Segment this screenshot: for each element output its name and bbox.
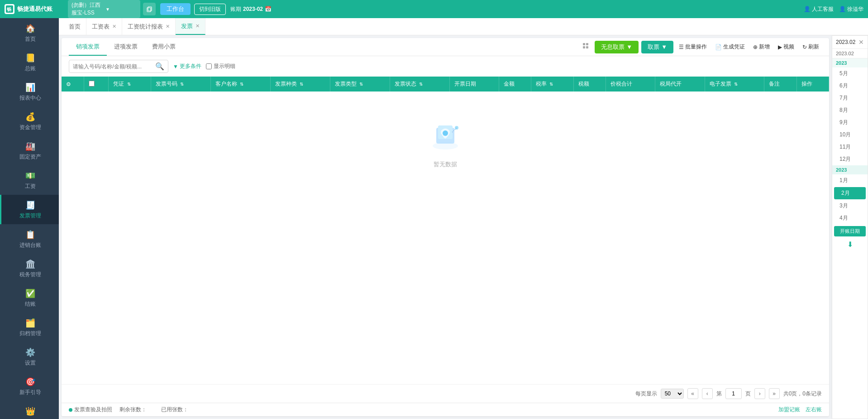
open-period-btn[interactable]: 开账日期 bbox=[834, 226, 866, 236]
search-input[interactable] bbox=[73, 63, 155, 70]
sidebar-label-settlement: 结账 bbox=[25, 300, 36, 308]
workspace-button[interactable]: 工作台 bbox=[160, 3, 191, 15]
fixed-assets-icon: 🏭 bbox=[25, 141, 35, 151]
sidebar-item-ledger[interactable]: 📒 总账 bbox=[0, 48, 59, 77]
period-month-2023-1[interactable]: 1月 bbox=[832, 174, 868, 187]
sidebar-item-archive[interactable]: 🗂️ 归档管理 bbox=[0, 313, 59, 342]
col-remark[interactable]: 备注 bbox=[764, 77, 796, 92]
join-accounting-link[interactable]: 加盟记账 bbox=[778, 406, 800, 414]
sidebar-item-guide[interactable]: 🎯 新手引导 bbox=[0, 371, 59, 401]
sort-electronic-icon: ⇅ bbox=[734, 82, 738, 87]
no-invoice-btn[interactable]: 无息取票 ▼ bbox=[595, 41, 639, 53]
sidebar: 🏠 首页 📒 总账 📊 报表中心 💰 资金管理 🏭 固定资产 💵 工资 🧾 发票… bbox=[0, 18, 59, 419]
company-selector[interactable]: (勿删）江西服宝-LSS ▼ bbox=[68, 0, 140, 18]
period-edit-icon[interactable]: 📅 bbox=[265, 6, 272, 12]
more-filter-btn[interactable]: ▼ 更多条件 bbox=[173, 63, 201, 70]
sort-invoice-cat-icon: ⇅ bbox=[359, 82, 363, 87]
gen-voucher-btn[interactable]: 📄 生成凭证 bbox=[712, 41, 748, 53]
next-page-btn[interactable]: › bbox=[754, 388, 765, 399]
col-tax-rate[interactable]: 税率 ⇅ bbox=[531, 77, 574, 92]
sidebar-item-reports[interactable]: 📊 报表中心 bbox=[0, 77, 59, 106]
sidebar-label-guide: 新手引导 bbox=[19, 389, 41, 396]
sidebar-item-home[interactable]: 🏠 首页 bbox=[0, 18, 59, 48]
sub-tab-expense[interactable]: 费用小票 bbox=[145, 38, 183, 56]
col-electronic[interactable]: 电子发票 ⇅ bbox=[705, 77, 764, 92]
refresh-label: 刷新 bbox=[808, 43, 819, 51]
funds-icon: 💰 bbox=[25, 112, 35, 122]
svg-rect-3 bbox=[148, 7, 152, 11]
period-month-2023-2[interactable]: 2月 bbox=[834, 187, 866, 199]
prev-page-btn[interactable]: ‹ bbox=[702, 388, 713, 399]
period-month-2023-4[interactable]: 4月 bbox=[832, 212, 868, 224]
sidebar-item-funds[interactable]: 💰 资金管理 bbox=[0, 106, 59, 136]
first-page-btn[interactable]: « bbox=[687, 388, 698, 399]
sidebar-item-settlement[interactable]: ✅ 结账 bbox=[0, 283, 59, 313]
col-voucher[interactable]: 凭证 ⇅ bbox=[109, 77, 151, 92]
period-month-7[interactable]: 7月 bbox=[832, 92, 868, 104]
batch-op-btn[interactable]: ☰ 批量操作 bbox=[676, 41, 710, 53]
tab-salary-stat-close[interactable]: ✕ bbox=[166, 24, 170, 29]
sidebar-item-fixed-assets[interactable]: 🏭 固定资产 bbox=[0, 136, 59, 165]
period-month-11[interactable]: 11月 bbox=[832, 141, 868, 153]
copy-company-btn[interactable] bbox=[143, 3, 156, 15]
col-tax-amount[interactable]: 税额 bbox=[573, 77, 606, 92]
sidebar-item-settings[interactable]: ⚙️ 设置 bbox=[0, 342, 59, 371]
sub-tab-sales[interactable]: 销项发票 bbox=[69, 38, 107, 56]
period-month-10[interactable]: 10月 bbox=[832, 129, 868, 141]
grid-settings-btn[interactable] bbox=[580, 40, 592, 53]
tab-invoice-close[interactable]: ✕ bbox=[196, 23, 200, 29]
period-month-12[interactable]: 12月 bbox=[832, 153, 868, 165]
sidebar-item-salary[interactable]: 💵 工资 bbox=[0, 165, 59, 195]
tab-salary-table[interactable]: 工资表 ✕ bbox=[86, 18, 122, 35]
col-tax-total[interactable]: 价税合计 bbox=[606, 77, 655, 92]
col-customer[interactable]: 客户名称 ⇅ bbox=[210, 77, 270, 92]
left-right-link[interactable]: 左右账 bbox=[806, 406, 822, 414]
page-number-input[interactable] bbox=[725, 388, 742, 399]
period-panel-close[interactable]: ✕ bbox=[858, 39, 864, 46]
col-operation[interactable]: 操作 bbox=[796, 77, 829, 92]
video-btn[interactable]: ▶ 视频 bbox=[775, 41, 797, 53]
select-all-checkbox[interactable] bbox=[89, 81, 95, 87]
col-settings[interactable]: ⚙ bbox=[62, 77, 84, 92]
sidebar-item-invoice[interactable]: 🧾 发票管理 bbox=[0, 195, 59, 224]
tab-home[interactable]: 首页 bbox=[63, 18, 86, 35]
col-open-date[interactable]: 开票日期 bbox=[449, 77, 499, 92]
period-scroll-down[interactable]: ⬇ bbox=[832, 238, 868, 250]
show-detail-check[interactable]: 显示明细 bbox=[206, 63, 235, 70]
tab-salary-stat[interactable]: 工资统计报表 ✕ bbox=[122, 18, 176, 35]
sub-tab-purchase[interactable]: 进项发票 bbox=[107, 38, 145, 56]
user-link[interactable]: 👤 徐溢华 bbox=[839, 5, 863, 13]
col-amount[interactable]: 金额 bbox=[499, 77, 531, 92]
service-link[interactable]: 👤 人工客服 bbox=[804, 5, 834, 13]
last-page-btn[interactable]: » bbox=[769, 388, 780, 399]
gen-voucher-label: 生成凭证 bbox=[723, 43, 745, 51]
used-label: 已用张数： bbox=[161, 406, 188, 414]
period-month-9[interactable]: 9月 bbox=[832, 116, 868, 129]
col-checkbox[interactable] bbox=[84, 77, 109, 92]
filter-bar: 🔍 ▼ 更多条件 显示明细 bbox=[62, 56, 829, 77]
per-page-select[interactable]: 50 10 20 100 bbox=[661, 389, 684, 399]
col-invoice-type[interactable]: 发票种类 ⇅ bbox=[270, 77, 330, 92]
show-detail-checkbox[interactable] bbox=[206, 63, 212, 69]
home-icon: 🏠 bbox=[25, 24, 35, 34]
get-invoice-btn[interactable]: 取票 ▼ bbox=[641, 41, 673, 53]
period-month-2023-3[interactable]: 3月 bbox=[832, 200, 868, 212]
tab-invoice[interactable]: 发票 ✕ bbox=[176, 18, 205, 35]
period-month-6[interactable]: 6月 bbox=[832, 80, 868, 92]
top-bar: 畅 畅捷通易代账 (勿删）江西服宝-LSS ▼ 工作台 切到旧版 账期 2023… bbox=[0, 0, 868, 18]
period-month-5[interactable]: 5月 bbox=[832, 67, 868, 80]
col-invoice-no[interactable]: 发票号码 ⇅ bbox=[151, 77, 211, 92]
tab-salary-table-close[interactable]: ✕ bbox=[112, 24, 116, 29]
sidebar-item-tax[interactable]: 🏛️ 税务管理 bbox=[0, 254, 59, 283]
sidebar-item-sales-ledger[interactable]: 📋 进销台账 bbox=[0, 224, 59, 254]
new-btn[interactable]: ⊕ 新增 bbox=[750, 41, 773, 53]
company-name: (勿删）江西服宝-LSS bbox=[72, 1, 103, 17]
switch-old-button[interactable]: 切到旧版 bbox=[194, 4, 226, 15]
col-invoice-cat[interactable]: 发票类型 ⇅ bbox=[330, 77, 390, 92]
sidebar-item-member[interactable]: 👑 畅会员 bbox=[0, 401, 59, 419]
search-icon[interactable]: 🔍 bbox=[155, 62, 164, 71]
col-invoice-status[interactable]: 发票状态 ⇅ bbox=[390, 77, 449, 92]
period-month-8[interactable]: 8月 bbox=[832, 104, 868, 116]
col-tax-code[interactable]: 税局代开 bbox=[655, 77, 705, 92]
refresh-btn[interactable]: ↻ 刷新 bbox=[800, 41, 822, 53]
